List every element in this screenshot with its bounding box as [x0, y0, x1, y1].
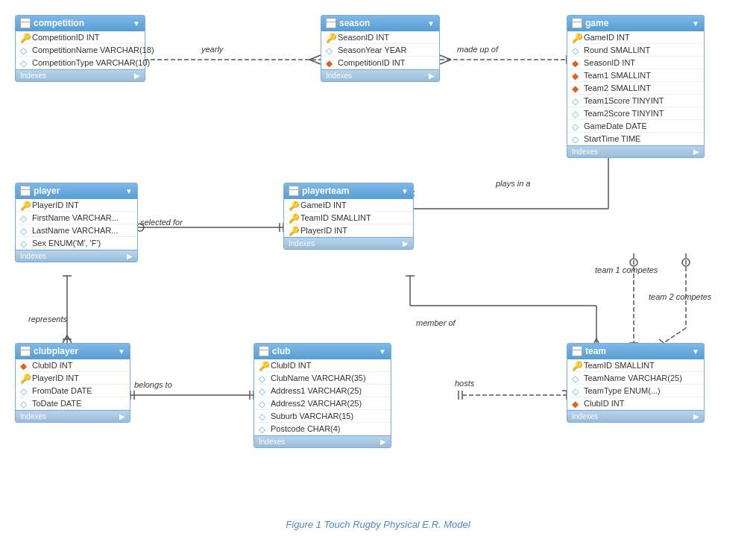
- table-icon: [20, 186, 31, 196]
- entity-row: ◇ FromDate DATE: [16, 385, 130, 397]
- entity-footer: Indexes ▶: [16, 410, 130, 422]
- svg-line-2: [309, 60, 321, 64]
- diamond-icon: ◇: [572, 45, 581, 54]
- pk-icon: 🔑: [20, 373, 29, 382]
- entity-row: ◇ SeasonYear YEAR: [321, 44, 439, 57]
- diamond-icon: ◇: [20, 58, 29, 67]
- field-text: Address1 VARCHAR(25): [271, 386, 362, 395]
- entity-footer: Indexes ▶: [321, 69, 439, 81]
- dropdown-arrow[interactable]: ▼: [118, 347, 125, 356]
- table-icon: [289, 186, 299, 196]
- rel-label-made-up-of: made up of: [457, 45, 498, 54]
- diamond-empty-icon: ◇: [259, 399, 268, 408]
- entity-game-header: game ▼: [567, 16, 704, 31]
- entity-row: 🔑 PlayerID INT: [16, 199, 137, 212]
- footer-arrow[interactable]: ▶: [693, 148, 699, 156]
- entity-row: ◇ Address2 VARCHAR(25): [254, 397, 391, 410]
- entity-player: player ▼ 🔑 PlayerID INT ◇ FirstName VARC…: [15, 183, 138, 262]
- entity-row: 🔑 SeasonID INT: [321, 31, 439, 44]
- footer-arrow[interactable]: ▶: [134, 72, 140, 80]
- entity-club-header: club ▼: [254, 344, 391, 359]
- footer-arrow[interactable]: ▶: [429, 72, 435, 80]
- field-text: FromDate DATE: [32, 386, 92, 395]
- pk-icon: 🔑: [259, 361, 268, 370]
- field-text: GameID INT: [584, 33, 630, 42]
- rel-label-yearly: yearly: [201, 45, 223, 54]
- entity-footer: Indexes ▶: [284, 237, 413, 249]
- dropdown-arrow[interactable]: ▼: [692, 347, 699, 356]
- dropdown-arrow[interactable]: ▼: [401, 187, 409, 195]
- entity-row: 🔑 CompetitionID INT: [16, 31, 145, 44]
- entity-row: ◇ Team2Score TINYINT: [567, 107, 704, 120]
- diamond-empty-icon: ◇: [20, 399, 29, 408]
- footer-arrow[interactable]: ▶: [127, 252, 133, 260]
- svg-line-7: [440, 55, 451, 60]
- entity-row: ◆ Team2 SMALLINT: [567, 82, 704, 95]
- field-text: PlayerID INT: [300, 226, 347, 235]
- diamond-icon: ◇: [259, 373, 268, 382]
- footer-arrow[interactable]: ▶: [119, 412, 125, 420]
- dropdown-arrow[interactable]: ▼: [125, 187, 133, 195]
- diamond-empty-icon: ◇: [572, 109, 581, 118]
- pk-icon: 🔑: [20, 33, 29, 42]
- entity-clubplayer-title: clubplayer: [34, 346, 78, 356]
- entity-footer: Indexes ▶: [16, 250, 137, 262]
- entity-row: ◆ ClubID INT: [16, 359, 130, 372]
- field-text: TeamID SMALLINT: [300, 213, 371, 222]
- table-icon: [20, 18, 31, 28]
- entity-row: 🔑 PlayerID INT: [16, 372, 130, 385]
- rel-label-represents: represents: [28, 315, 67, 324]
- entity-row: ◆ Team1 SMALLINT: [567, 69, 704, 82]
- indexes-label: Indexes: [20, 252, 46, 260]
- dropdown-arrow[interactable]: ▼: [427, 19, 435, 28]
- entity-playerteam-title: playerteam: [302, 186, 349, 196]
- entity-game: game ▼ 🔑 GameID INT ◇ Round SMALLINT ◆ S…: [567, 15, 705, 158]
- field-text: SeasonYear YEAR: [338, 45, 406, 54]
- rel-label-selected-for: selected for: [140, 218, 183, 227]
- footer-arrow[interactable]: ▶: [693, 412, 699, 420]
- pk-icon: 🔑: [20, 201, 29, 209]
- field-text: Sex ENUM('M', 'F'): [32, 239, 101, 248]
- entity-competition: competition ▼ 🔑 CompetitionID INT ◇ Comp…: [15, 15, 145, 82]
- pk-icon: 🔑: [289, 226, 297, 235]
- footer-arrow[interactable]: ▶: [403, 239, 409, 248]
- fk-icon: ◆: [572, 58, 581, 67]
- entity-row: ◆ CompetitionID INT: [321, 57, 439, 69]
- field-text: Postcode CHAR(4): [271, 424, 341, 433]
- footer-arrow[interactable]: ▶: [380, 438, 386, 446]
- indexes-label: Indexes: [20, 412, 46, 420]
- fk-orange-icon: ◆: [572, 71, 581, 80]
- dropdown-arrow[interactable]: ▼: [133, 19, 140, 28]
- diamond-icon: ◇: [20, 213, 29, 222]
- svg-line-39: [67, 335, 72, 343]
- rel-label-team1-competes: team 1 competes: [595, 265, 658, 274]
- table-icon: [259, 346, 269, 356]
- entity-row: ◇ Team1Score TINYINT: [567, 95, 704, 107]
- svg-line-38: [63, 335, 67, 343]
- field-text: Team2 SMALLINT: [584, 83, 651, 92]
- rel-label-hosts: hosts: [455, 379, 474, 388]
- field-text: PlayerID INT: [32, 201, 79, 209]
- field-text: SeasonID INT: [338, 33, 389, 42]
- entity-clubplayer-header: clubplayer ▼: [16, 344, 130, 359]
- field-text: Team2Score TINYINT: [584, 109, 664, 118]
- entity-row: 🔑 GameID INT: [284, 199, 413, 212]
- entity-competition-header: competition ▼: [16, 16, 145, 31]
- svg-line-1: [309, 55, 321, 60]
- field-text: SeasonID INT: [584, 58, 635, 67]
- rel-label-belongs-to: belongs to: [134, 380, 172, 389]
- diamond-icon: ◇: [259, 424, 268, 433]
- field-text: CompetitionID INT: [32, 33, 99, 42]
- rel-label-member-of: member of: [416, 318, 456, 327]
- dropdown-arrow[interactable]: ▼: [379, 347, 386, 356]
- diamond-icon: ◇: [20, 45, 29, 54]
- diamond-icon: ◇: [20, 386, 29, 395]
- entity-player-title: player: [34, 186, 60, 196]
- entity-row: ◇ CompetitionName VARCHAR(18): [16, 44, 145, 57]
- dropdown-arrow[interactable]: ▼: [692, 19, 699, 28]
- entity-team-header: team ▼: [567, 344, 704, 359]
- indexes-label: Indexes: [572, 148, 598, 156]
- entity-season-header: season ▼: [321, 16, 439, 31]
- entity-playerteam-header: playerteam ▼: [284, 183, 413, 199]
- pk-icon: 🔑: [572, 361, 581, 370]
